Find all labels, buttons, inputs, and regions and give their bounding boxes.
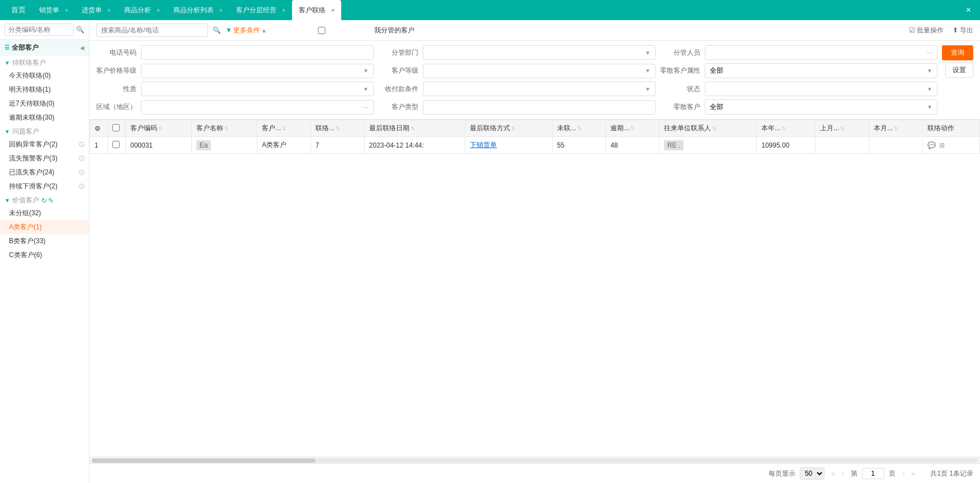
sort-overdue-icon[interactable]: ⇅ [630, 126, 635, 131]
my-customer-checkbox[interactable] [271, 27, 372, 34]
person-select-field[interactable]: ··· [705, 45, 937, 60]
nav-product-analysis[interactable]: 商品分析 × [117, 0, 167, 20]
first-page-button[interactable]: « [829, 468, 837, 479]
row-action-cell: 💬 ⊞ [922, 137, 979, 154]
col-this-year: 本年...⇅ [757, 120, 816, 137]
scatter-attr-select-field[interactable]: 全部▼ [705, 63, 937, 78]
my-customer-filter[interactable]: 我分管的客户 [271, 26, 414, 35]
settings-icon[interactable]: ⚙ [95, 125, 101, 132]
sort-name-icon[interactable]: ⇅ [224, 126, 229, 131]
close-customer-contact-icon[interactable]: × [331, 7, 334, 13]
customer-table: ⚙ 客户编码⇅ 客户名称⇅ 客户...⇅ [89, 120, 980, 154]
sidebar-search-icon[interactable]: 🔍 [76, 26, 84, 34]
nav-product-analysis-list[interactable]: 商品分析列表 × [167, 0, 229, 20]
sidebar-item-b-class[interactable]: B类客户(33) [0, 234, 89, 248]
sidebar-item-c-class[interactable]: C类客户(6) [0, 248, 89, 262]
nav-home[interactable]: 首页 [4, 0, 32, 20]
scatter-customer-select-field[interactable]: 全部▼ [705, 100, 937, 115]
status-select-field[interactable]: ▼ [705, 82, 937, 96]
info-icon-1: ⓘ [79, 141, 84, 149]
sidebar-item-7day-pending[interactable]: 近7天待联络(0) [0, 97, 89, 111]
last-page-button[interactable]: » [909, 468, 917, 479]
customer-type-field[interactable] [423, 100, 656, 115]
nature-select-field[interactable]: ▼ [141, 82, 374, 96]
horizontal-scrollbar[interactable] [89, 457, 980, 463]
sort-not-contacted-icon[interactable]: ⇅ [577, 126, 582, 131]
scatter-attr-arrow-icon: ▼ [927, 68, 932, 74]
nav-sales-order[interactable]: 销货单 × [32, 0, 75, 20]
scroll-thumb[interactable] [92, 458, 315, 463]
sort-last-month-icon[interactable]: ⇅ [840, 126, 845, 131]
sidebar-item-a-class[interactable]: A类客户(1) [0, 220, 89, 234]
sidebar-group-problem[interactable]: ▼ 问题客户 [0, 125, 89, 138]
sort-date-icon[interactable]: ⇅ [411, 126, 415, 131]
close-product-analysis-icon[interactable]: × [157, 7, 160, 13]
content-area: 🔍 ▼ 更多条件 ▲ 我分管的客户 ☑ 批量操作 ⬆ 导出 [89, 20, 980, 483]
customer-level-select-field[interactable]: ▼ [423, 64, 656, 78]
payment-select-field[interactable]: ▼ [423, 82, 656, 96]
row-last-month [816, 137, 869, 154]
chat-icon[interactable]: 💬 [927, 141, 936, 149]
dept-select-field[interactable]: ▼ [423, 45, 656, 60]
sidebar-search-input[interactable] [4, 23, 74, 36]
sidebar-item-today-pending[interactable]: 今天待联络(0) [0, 69, 89, 83]
close-customer-segment-icon[interactable]: × [282, 7, 285, 13]
filter-region: 区域（地区） ··· [96, 100, 374, 115]
sidebar-item-churned[interactable]: 已流失客户(24) ⓘ [0, 165, 89, 179]
page-size-select[interactable]: 50 [800, 467, 824, 480]
col-customer-name: 客户名称⇅ [191, 120, 257, 137]
export-button[interactable]: ⬆ 导出 [953, 26, 973, 35]
price-level-select-field[interactable]: ▼ [141, 64, 374, 78]
close-sales-order-icon[interactable]: × [65, 7, 68, 13]
sidebar-all-customers-header[interactable]: ⠿ 全部客户 ◀ [0, 40, 89, 56]
sidebar-item-repurchase-abnormal[interactable]: 回购异常客户(2) ⓘ [0, 138, 89, 151]
sidebar-item-declining[interactable]: 持续下滑客户(2) ⓘ [0, 179, 89, 193]
setting-button[interactable]: 设置 [945, 63, 973, 78]
close-product-analysis-list-icon[interactable]: × [219, 7, 223, 13]
row-contact-count: 7 [311, 137, 365, 154]
sidebar-item-overdue-pending[interactable]: 逾期未联络(30) [0, 111, 89, 125]
select-all-checkbox[interactable] [112, 124, 120, 131]
close-purchase-order-icon[interactable]: × [107, 7, 111, 13]
region-select-field[interactable]: ··· [141, 100, 374, 115]
batch-operation-button[interactable]: ☑ 批量操作 [909, 26, 944, 35]
search-bar: 🔍 ▼ 更多条件 ▲ 我分管的客户 ☑ 批量操作 ⬆ 导出 [89, 20, 980, 41]
sort-this-month-icon[interactable]: ⇅ [894, 126, 898, 131]
row-actions: 💬 ⊞ [927, 141, 975, 149]
next-page-button[interactable]: › [900, 468, 907, 479]
phone-input-field[interactable] [141, 45, 374, 60]
barcode-icon[interactable]: ⊞ [939, 141, 945, 149]
sort-method-icon[interactable]: ⇅ [511, 126, 516, 131]
page-number-input[interactable] [862, 468, 884, 479]
prev-page-button[interactable]: ‹ [840, 468, 846, 479]
more-filter-button[interactable]: ▼ 更多条件 ▲ [225, 26, 267, 35]
sort-code-icon[interactable]: ⇅ [158, 126, 163, 131]
search-icon[interactable]: 🔍 [213, 26, 221, 34]
row-checkbox[interactable] [112, 141, 120, 148]
edit-icon[interactable]: ✎ [48, 197, 54, 205]
sort-contact-icon[interactable]: ⇅ [336, 126, 340, 131]
window-close-button[interactable]: × [962, 5, 976, 15]
sidebar-item-tomorrow-pending[interactable]: 明天待联络(1) [0, 83, 89, 97]
sidebar-collapse-icon[interactable]: ◀ [80, 45, 84, 51]
sidebar-group-value[interactable]: ▼ 价值客户 ↻ ✎ [0, 193, 89, 206]
filter-arrow-icon: ▲ [261, 27, 267, 34]
nav-customer-contact[interactable]: 客户联络 × [292, 0, 341, 20]
main-area: 🔍 ⠿ 全部客户 ◀ ▼ 待联络客户 今天待联络(0) 明天待联络(1) 近7天… [0, 20, 980, 483]
sort-type-icon[interactable]: ⇅ [282, 126, 286, 131]
sort-year-icon[interactable]: ⇅ [781, 126, 786, 131]
sidebar-item-churn-warning[interactable]: 流失预警客户(3) ⓘ [0, 151, 89, 165]
nav-purchase-order[interactable]: 进货单 × [75, 0, 117, 20]
sidebar-group-pending[interactable]: ▼ 待联络客户 [0, 56, 89, 69]
col-actions: 联络动作 [922, 120, 979, 137]
sort-unit-icon[interactable]: ⇅ [712, 126, 717, 131]
query-button[interactable]: 查询 [942, 45, 973, 60]
search-input[interactable] [96, 23, 208, 37]
dept-arrow-icon: ▼ [645, 50, 651, 56]
refresh-icon[interactable]: ↻ [41, 197, 47, 205]
sidebar-item-ungrouped[interactable]: 未分组(32) [0, 206, 89, 220]
row-code: 000031 [126, 137, 192, 154]
nav-customer-segment[interactable]: 客户分层经营 × [229, 0, 292, 20]
contact-method-link[interactable]: 下销货单 [470, 141, 497, 149]
col-customer-type: 客户...⇅ [257, 120, 311, 137]
